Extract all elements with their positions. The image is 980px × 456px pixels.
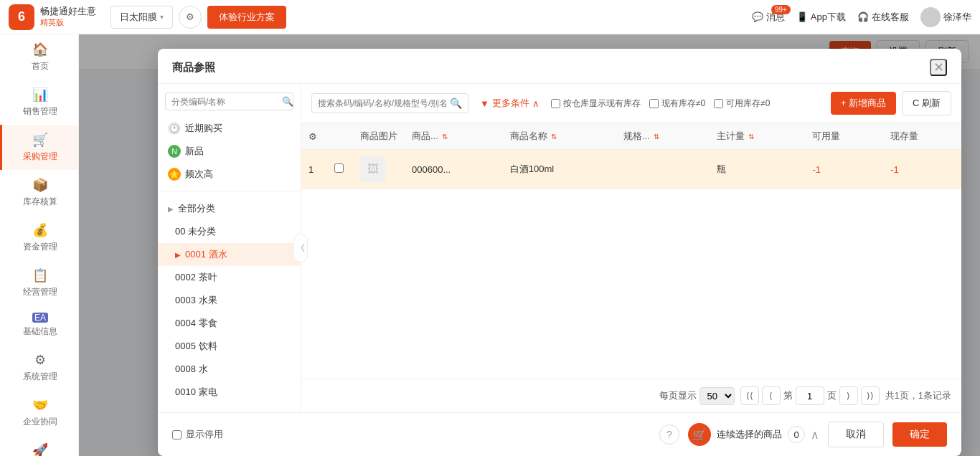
next-page-button[interactable]: ⟩ — [839, 386, 858, 405]
product-search-input[interactable] — [318, 98, 447, 108]
row-checkbox[interactable] — [327, 150, 353, 189]
col-spec[interactable]: 规格... ⇅ — [616, 123, 710, 150]
collapse-category-button[interactable]: 《 — [293, 234, 308, 262]
collapse-cart-icon[interactable]: ∧ — [811, 428, 819, 442]
checkbox-warehouse[interactable]: 按仓库显示现有库存 — [551, 98, 641, 110]
sales-icon: 📊 — [32, 87, 48, 103]
quick-new[interactable]: N 新品 — [158, 141, 301, 162]
settings-icon: ⚙ — [186, 11, 194, 22]
online-service-button[interactable]: 🎧 在线客服 — [857, 11, 909, 24]
category-panel: 🔍 🕐 近期购买 N 新品 ⭐ 频次高 — [158, 84, 301, 412]
cat-uncategorized[interactable]: 00 未分类 — [158, 220, 301, 243]
cat-liquor[interactable]: ▶ 0001 酒水 — [158, 243, 301, 266]
trial-button[interactable]: 体验行业方案 — [207, 6, 286, 29]
product-table-wrap: ⚙ 商品图片 商品... ⇅ 商品名称 ⇅ — [301, 123, 961, 379]
product-search-box[interactable]: 🔍 — [311, 93, 468, 113]
add-product-button[interactable]: + 新增商品 — [831, 92, 896, 115]
col-image: 商品图片 — [353, 123, 405, 150]
sidebar-item-operations[interactable]: 📋 经营管理 — [0, 260, 78, 305]
sidebar-item-home[interactable]: 🏠 首页 — [0, 34, 78, 80]
cart-label: 连续选择的商品 — [717, 428, 782, 441]
warehouse-checkbox[interactable] — [551, 99, 560, 108]
row-stock: -1 — [883, 150, 961, 189]
store-dropdown[interactable]: 日太阳膜 ▾ — [110, 6, 173, 29]
help-button[interactable]: ? — [659, 424, 679, 445]
sidebar-item-system[interactable]: ⚙ 系统管理 — [0, 345, 78, 390]
cat-water[interactable]: 0008 水 — [158, 358, 301, 381]
new-product-icon: N — [168, 145, 181, 158]
page-size-dropdown[interactable]: 50 — [699, 387, 735, 405]
avail-ne-checkbox[interactable] — [714, 99, 723, 108]
dropdown-arrow-icon: ▾ — [160, 13, 164, 21]
cat-all[interactable]: ▶ 全部分类 — [158, 197, 301, 220]
pagination: 每页显示 50 ⟨⟨ ⟨ 第 页 ⟩ ⟩⟩ — [301, 379, 961, 412]
quick-access: 🕐 近期购买 N 新品 ⭐ 频次高 — [158, 118, 301, 191]
stock-ne-checkbox[interactable] — [649, 99, 659, 108]
sidebar-item-inventory[interactable]: 📦 库存核算 — [0, 170, 78, 215]
cat-snack[interactable]: 0004 零食 — [158, 312, 301, 335]
last-page-button[interactable]: ⟩⟩ — [861, 386, 880, 405]
help-icon: ? — [666, 429, 672, 440]
cat-fruit[interactable]: 0003 水果 — [158, 289, 301, 312]
category-list: ▶ 全部分类 00 未分类 ▶ 0001 酒水 0002 茶叶 — [158, 197, 301, 404]
row-code: 000600... — [405, 150, 503, 189]
nav-settings-button[interactable]: ⚙ — [179, 6, 202, 29]
message-button[interactable]: 💬 消息 99+ — [752, 11, 785, 24]
content-panel: 🔍 ▼ 更多条件 ∧ 按仓库显示现有库存 — [301, 84, 961, 412]
home-icon: 🏠 — [32, 42, 48, 57]
logo-sub: 精英版 — [40, 17, 96, 28]
modal-body: 🔍 🕐 近期购买 N 新品 ⭐ 频次高 — [158, 84, 961, 412]
first-page-button[interactable]: ⟨⟨ — [740, 386, 759, 405]
checkbox-stock-ne[interactable]: 现有库存≠0 — [649, 98, 705, 110]
category-search-box[interactable]: 🔍 — [165, 92, 293, 110]
col-name[interactable]: 商品名称 ⇅ — [503, 123, 616, 150]
col-code[interactable]: 商品... ⇅ — [405, 123, 503, 150]
message-icon: 💬 — [752, 11, 763, 22]
table-row[interactable]: 1 🖼 000600... 白酒100ml — [301, 150, 961, 189]
col-available: 可用量 — [805, 123, 883, 150]
top-nav: 6 畅捷通好生意 精英版 日太阳膜 ▾ ⚙ 体验行业方案 💬 消息 99+ 📱 … — [0, 0, 980, 34]
sidebar-item-sales[interactable]: 📊 销售管理 — [0, 80, 78, 125]
logo-icon: 6 — [9, 4, 34, 30]
modal-close-button[interactable]: ✕ — [930, 59, 947, 76]
collab-icon: 🤝 — [32, 397, 48, 413]
category-search-input[interactable] — [171, 97, 279, 107]
app-download-button[interactable]: 📱 App下载 — [796, 11, 846, 24]
modal-footer: 显示停用 ? 🛒 连续选择的商品 0 ∧ 取消 确定 — [158, 412, 961, 456]
sidebar-item-purchase[interactable]: 🛒 采购管理 — [0, 125, 78, 170]
sidebar-item-guide[interactable]: 🚀 新手引导 — [0, 435, 78, 456]
sidebar-item-basic-info[interactable]: EA 基础信息 — [0, 305, 78, 345]
col-settings[interactable]: ⚙ — [301, 123, 327, 150]
cat-tea[interactable]: 0002 茶叶 — [158, 266, 301, 289]
refresh-button[interactable]: C 刷新 — [902, 91, 951, 115]
avatar — [920, 7, 941, 27]
page-size-select[interactable]: 每页显示 50 — [659, 387, 735, 405]
product-image: 🖼 — [360, 156, 386, 182]
cancel-button[interactable]: 取消 — [828, 422, 884, 447]
row-available: -1 — [805, 150, 883, 189]
search-button[interactable]: 🔍 — [450, 98, 462, 109]
row-image: 🖼 — [353, 150, 405, 189]
cart-area[interactable]: 🛒 连续选择的商品 0 ∧ — [688, 423, 819, 446]
inventory-icon: 📦 — [32, 177, 48, 193]
quick-frequent[interactable]: ⭐ 频次高 — [158, 163, 301, 185]
disabled-checkbox[interactable] — [172, 430, 182, 440]
sidebar-item-finance[interactable]: 💰 资金管理 — [0, 215, 78, 260]
logo-area: 6 畅捷通好生意 精英版 — [9, 4, 96, 30]
cat-arrow-icon: ▶ — [168, 205, 174, 213]
confirm-button[interactable]: 确定 — [892, 422, 947, 447]
main-content: 查询 设置 刷新 商品参照 ✕ 🔍 — [79, 34, 980, 456]
system-icon: ⚙ — [34, 352, 46, 368]
col-unit[interactable]: 主计量 ⇅ — [710, 123, 806, 150]
cat-beverage[interactable]: 0005 饮料 — [158, 335, 301, 358]
show-disabled-checkbox[interactable]: 显示停用 — [172, 428, 223, 441]
sort-code-icon: ⇅ — [442, 133, 448, 141]
cat-appliance[interactable]: 0010 家电 — [158, 381, 301, 404]
prev-page-button[interactable]: ⟨ — [762, 386, 781, 405]
filter-button[interactable]: ▼ 更多条件 ∧ — [474, 93, 545, 113]
sidebar-item-collab[interactable]: 🤝 企业协同 — [0, 390, 78, 435]
page-number-input[interactable] — [796, 386, 824, 405]
user-menu[interactable]: 徐泽华 — [920, 7, 971, 27]
quick-recent[interactable]: 🕐 近期购买 — [158, 118, 301, 139]
checkbox-avail-ne[interactable]: 可用库存≠0 — [714, 98, 770, 110]
